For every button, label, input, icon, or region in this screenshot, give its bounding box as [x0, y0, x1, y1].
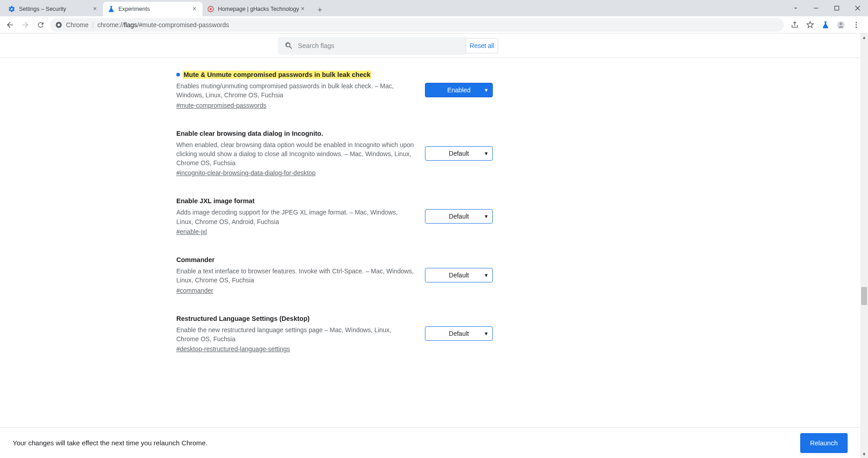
flag-control: Enabled▼ [425, 71, 493, 110]
svg-rect-3 [835, 6, 839, 10]
flag-control: Default▼ [425, 197, 493, 236]
url-bold: flags [124, 21, 137, 29]
flag-select[interactable]: Default▼ [425, 326, 493, 341]
toolbar-actions [787, 19, 864, 30]
flag-select-value: Default [449, 213, 469, 220]
profile-avatar-icon[interactable] [835, 19, 846, 30]
flag-select[interactable]: Default▼ [425, 146, 493, 161]
chrome-icon [55, 21, 62, 29]
flag-anchor-link[interactable]: #mute-compromised-passwords [176, 102, 266, 109]
url-prefix: chrome:// [97, 21, 123, 29]
flag-description: When enabled, clear browsing data option… [176, 140, 414, 168]
relaunch-button[interactable]: Relaunch [800, 433, 848, 453]
flag-text: Mute & Unmute compromised passwords in b… [176, 71, 425, 110]
relaunch-bar: Your changes will take effect the next t… [0, 427, 860, 458]
maximize-button[interactable] [826, 0, 847, 16]
flag-title: Commander [176, 256, 215, 263]
toolbar: Chrome | chrome://flags/#mute-compromise… [0, 16, 868, 33]
flag-description: Enables muting/unmuting compromised pass… [176, 81, 414, 100]
flag-title: Enable clear browsing data dialog in Inc… [176, 130, 323, 137]
flag-title: Mute & Unmute compromised passwords in b… [183, 71, 371, 79]
flags-content: Mute & Unmute compromised passwords in b… [0, 58, 860, 458]
flag-select[interactable]: Default▼ [425, 268, 493, 282]
flag-text: CommanderEnable a text interface to brow… [176, 256, 425, 295]
chevron-down-icon: ▼ [484, 272, 489, 278]
flag-anchor-link[interactable]: #enable-jxl [176, 228, 207, 235]
svg-point-12 [856, 26, 857, 28]
flag-anchor-link[interactable]: #commander [176, 287, 213, 294]
modified-indicator-icon [176, 73, 180, 76]
close-icon[interactable]: × [299, 5, 307, 13]
search-flags-input[interactable]: Search flags [278, 37, 468, 55]
flags-header: Search flags Reset all [0, 33, 868, 58]
menu-icon[interactable] [851, 19, 862, 30]
svg-point-10 [856, 22, 857, 23]
new-tab-button[interactable]: + [314, 4, 326, 16]
omnibox-separator: | [92, 21, 94, 29]
chevron-down-icon: ▼ [484, 151, 489, 156]
flag-description: Enable a text interface to browser featu… [176, 267, 414, 285]
address-bar[interactable]: Chrome | chrome://flags/#mute-compromise… [50, 18, 784, 32]
back-button[interactable] [4, 19, 16, 31]
gear-icon [8, 5, 15, 13]
share-icon[interactable] [789, 19, 800, 30]
tab-search-button[interactable] [787, 0, 805, 16]
bookmark-icon[interactable] [805, 19, 816, 30]
reset-all-button[interactable]: Reset all [466, 38, 498, 53]
flag-text: Enable JXL image formatAdds image decodi… [176, 197, 425, 236]
flag-entry: Enable JXL image formatAdds image decodi… [176, 197, 493, 236]
search-icon [284, 41, 293, 50]
flag-description: Adds image decoding support for the JPEG… [176, 208, 414, 226]
flag-anchor-link[interactable]: #desktop-restructured-language-settings [176, 345, 290, 353]
flask-icon [108, 5, 115, 13]
flag-title: Restructured Language Settings (Desktop) [176, 315, 310, 322]
extension-flask-icon[interactable] [820, 19, 831, 30]
forward-button[interactable] [19, 19, 32, 31]
window-controls [806, 0, 868, 16]
flag-entry: Restructured Language Settings (Desktop)… [176, 315, 493, 353]
flag-control: Default▼ [425, 129, 493, 177]
flag-description: Enable the new restructured language set… [176, 325, 414, 344]
flag-entry: CommanderEnable a text interface to brow… [176, 256, 493, 295]
scroll-up-icon[interactable]: ▲ [860, 33, 868, 41]
chevron-down-icon: ▼ [484, 214, 489, 219]
close-icon[interactable]: × [91, 5, 99, 13]
svg-point-7 [57, 24, 60, 26]
scrollbar[interactable]: ▲ ▼ [860, 33, 868, 458]
flag-select[interactable]: Default▼ [425, 209, 493, 224]
tab-title: Experiments [118, 6, 191, 12]
flag-text: Enable clear browsing data dialog in Inc… [176, 129, 425, 177]
scroll-down-icon[interactable]: ▼ [860, 450, 868, 458]
close-window-button[interactable] [847, 0, 868, 16]
flag-anchor-link[interactable]: #incognito-clear-browsing-data-dialog-fo… [176, 169, 316, 177]
tab-experiments[interactable]: Experiments × [103, 2, 203, 16]
scroll-thumb[interactable] [861, 287, 867, 305]
flag-select[interactable]: Enabled▼ [425, 83, 493, 97]
tab-strip: Settings – Security × Experiments × Home… [0, 0, 868, 16]
flag-select-value: Default [449, 272, 469, 279]
flag-select-value: Default [449, 150, 469, 157]
flag-select-value: Default [449, 330, 469, 337]
search-placeholder: Search flags [298, 42, 335, 49]
svg-point-11 [856, 24, 857, 25]
tab-settings-security[interactable]: Settings – Security × [4, 2, 103, 16]
flag-text: Restructured Language Settings (Desktop)… [176, 315, 425, 353]
url-suffix: /#mute-compromised-passwords [137, 21, 229, 29]
flag-title: Enable JXL image format [176, 197, 255, 205]
flag-control: Default▼ [425, 315, 493, 353]
tab-title: Homepage | gHacks Technology [218, 6, 299, 12]
tab-ghacks[interactable]: Homepage | gHacks Technology × [203, 2, 311, 16]
svg-point-9 [840, 22, 842, 25]
relaunch-message: Your changes will take effect the next t… [13, 439, 208, 447]
tab-title: Settings – Security [19, 6, 91, 12]
minimize-button[interactable] [806, 0, 826, 16]
flag-entry: Enable clear browsing data dialog in Inc… [176, 129, 493, 177]
chevron-down-icon: ▼ [484, 87, 489, 93]
omnibox-url: chrome://flags/#mute-compromised-passwor… [97, 21, 229, 29]
chevron-down-icon: ▼ [484, 331, 489, 336]
flag-control: Default▼ [425, 256, 493, 295]
reload-button[interactable] [34, 19, 47, 31]
flag-entry: Mute & Unmute compromised passwords in b… [176, 71, 493, 110]
flag-select-value: Enabled [447, 86, 470, 94]
close-icon[interactable]: × [191, 5, 198, 13]
